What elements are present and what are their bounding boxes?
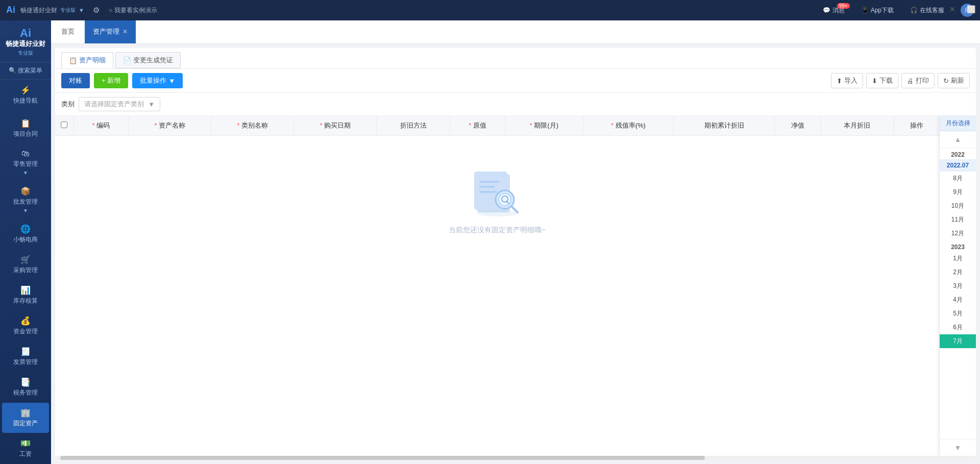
filter-category-select[interactable]: 请选择固定资产类别 ▼	[79, 97, 160, 111]
ecommerce-icon: 🌐	[20, 224, 31, 234]
tab-asset-management[interactable]: 资产管理 ✕	[85, 20, 136, 43]
tab-close-icon[interactable]: ✕	[122, 28, 128, 35]
fixed-assets-icon: 🏢	[20, 408, 31, 418]
top-bar: Ai 畅捷通好业财 专业版 ▼ ⚙ ○ 我要看实例演示 💬 消息 99+ 📱 A…	[0, 0, 980, 20]
company-name[interactable]: 畅捷通好业财 专业版 ▼	[20, 6, 84, 15]
tab-home[interactable]: 首页	[51, 20, 85, 43]
add-button[interactable]: + 新增	[94, 73, 128, 88]
message-icon: 💬	[823, 7, 830, 14]
app-download-icon: 📱	[861, 7, 869, 14]
month-panel-down[interactable]: ▼	[940, 439, 976, 456]
sidebar-item-tax[interactable]: 📑 税务管理	[2, 372, 49, 402]
refresh-button[interactable]: ↻ 刷新	[938, 73, 970, 88]
month-nav-up-icon[interactable]: ▲	[952, 133, 964, 145]
month-item-2022-08[interactable]: 8月	[940, 172, 976, 185]
reconcile-button[interactable]: 对账	[61, 73, 90, 88]
retail-icon: 🛍	[21, 149, 30, 158]
month-panel-up[interactable]: ▲	[940, 131, 976, 148]
sidebar-item-project[interactable]: 📋 项目合同	[2, 113, 49, 143]
empty-state-text: 当前您还没有固定资产明细哦~	[449, 226, 546, 235]
retail-arrow: ▼	[23, 170, 28, 176]
month-item-2022-09[interactable]: 9月	[940, 185, 976, 199]
download-button[interactable]: ⬇ 下载	[866, 73, 898, 88]
scroll-thumb[interactable]	[60, 456, 705, 460]
th-period: 期限(月)	[505, 116, 583, 136]
month-item-2022-11[interactable]: 11月	[940, 213, 976, 227]
import-icon: ⬆	[837, 77, 842, 85]
filter-bar: 类别 请选择固定资产类别 ▼	[55, 93, 976, 116]
sidebar-search[interactable]: 🔍 搜索菜单	[0, 62, 51, 80]
sidebar-nav: 📋 项目合同 🛍 零售管理 ▼ 📦 批发管理 ▼ 🌐 小畅电商 🛒 采购管理	[0, 111, 51, 464]
table-body: 当前您还没有固定资产明细哦~	[55, 136, 939, 266]
content-area: 首页 资产管理 ✕ ✕ ⬜ 📋 资产明细 📄 变更生	[51, 20, 980, 464]
sidebar-app-edition: 专业版	[18, 50, 33, 57]
month-panel: 月份选择 ▲ 2022 2022.07 8月 9月 10月 11月 12月 20…	[939, 116, 976, 456]
table-container[interactable]: 编码 资产名称 类别名称 购买日期 折旧方法 原值 期限(月) 残值率(%) 期…	[55, 116, 939, 456]
print-icon: 🖨	[907, 77, 914, 85]
sidebar-logo-icon: Ai	[20, 27, 31, 40]
app-logo-initials: Ai	[6, 5, 15, 15]
bottom-scrollbar[interactable]	[55, 456, 976, 460]
month-item-2023-04[interactable]: 4月	[940, 293, 976, 307]
sidebar-item-retail[interactable]: 🛍 零售管理 ▼	[2, 144, 49, 181]
message-badge: 99+	[837, 3, 850, 9]
th-checkbox	[55, 116, 74, 136]
refresh-icon: ↻	[943, 77, 949, 85]
svg-rect-4	[479, 186, 495, 188]
sidebar-item-purchase[interactable]: 🛒 采购管理	[2, 250, 49, 280]
svg-rect-3	[479, 181, 500, 183]
online-service-button[interactable]: 🎧 在线客服	[910, 6, 944, 15]
sub-tab-asset-detail[interactable]: 📋 资产明细	[61, 52, 113, 68]
month-item-2023-06[interactable]: 6月	[940, 321, 976, 334]
month-nav-down-icon[interactable]: ▼	[952, 442, 964, 454]
tax-icon: 📑	[20, 377, 31, 387]
sidebar-item-wholesale[interactable]: 📦 批发管理 ▼	[2, 181, 49, 218]
company-dropdown-icon[interactable]: ▼	[79, 7, 84, 13]
sidebar-item-finance[interactable]: 💰 资金管理	[2, 311, 49, 341]
toolbar: 对账 + 新增 批量操作 ▼ ⬆ 导入 ⬇ 下载	[55, 69, 976, 93]
app-download-button[interactable]: 📱 App下载	[861, 6, 894, 15]
sidebar: Ai 畅捷通好业财 专业版 🔍 搜索菜单 ⚡ 快捷导航 📋 项目合同 🛍 零售管…	[0, 20, 51, 464]
sidebar-item-fixed-assets[interactable]: 🏢 固定资产	[2, 403, 49, 433]
app-logo: Ai	[6, 4, 15, 16]
sidebar-item-ecommerce[interactable]: 🌐 小畅电商	[2, 219, 49, 249]
filter-category-label: 类别	[61, 100, 75, 109]
message-button[interactable]: 💬 消息 99+	[823, 6, 845, 15]
th-current-depreciation: 本月折旧	[820, 116, 894, 136]
import-button[interactable]: ⬆ 导入	[831, 73, 863, 88]
select-all-checkbox[interactable]	[61, 121, 67, 128]
svg-rect-5	[479, 191, 497, 193]
empty-state-cell: 当前您还没有固定资产明细哦~	[55, 136, 939, 266]
month-item-2023-02[interactable]: 2月	[940, 265, 976, 279]
demo-icon: ○	[109, 7, 112, 14]
month-item-2023-05[interactable]: 5月	[940, 307, 976, 321]
month-item-2023-03[interactable]: 3月	[940, 279, 976, 293]
month-item-2023-07[interactable]: 7月	[940, 334, 976, 348]
th-category: 类别名称	[211, 116, 294, 136]
th-original-value: 原值	[450, 116, 505, 136]
sub-tab-change-voucher[interactable]: 📄 变更生成凭证	[115, 52, 181, 68]
month-item-2023-01[interactable]: 1月	[940, 252, 976, 265]
sidebar-app-name: 畅捷通好业财	[6, 40, 45, 48]
sidebar-item-quick-nav[interactable]: ⚡ 快捷导航	[2, 80, 49, 110]
month-selected-2022-07[interactable]: 2022.07	[940, 159, 976, 172]
salary-icon: 💵	[20, 438, 31, 448]
batch-button[interactable]: 批量操作 ▼	[132, 73, 183, 88]
search-icon: 🔍	[9, 67, 16, 74]
change-voucher-icon: 📄	[123, 57, 131, 64]
print-button[interactable]: 🖨 打印	[901, 73, 935, 88]
tab-bar: 首页 资产管理 ✕ ✕ ⬜	[51, 20, 980, 44]
sidebar-item-inventory[interactable]: 📊 库存核算	[2, 280, 49, 310]
asset-detail-icon: 📋	[69, 57, 77, 64]
demo-link[interactable]: ○ 我要看实例演示	[109, 6, 157, 15]
settings-icon[interactable]: ⚙	[89, 3, 104, 17]
sidebar-item-salary[interactable]: 💵 工资	[2, 433, 49, 463]
page-content: 📋 资产明细 📄 变更生成凭证 对账 + 新增 批量操作 ▼	[55, 48, 976, 460]
quick-nav-icon: ⚡	[20, 85, 31, 95]
month-item-2022-12[interactable]: 12月	[940, 227, 976, 240]
purchase-icon: 🛒	[20, 255, 31, 264]
sidebar-logo: Ai 畅捷通好业财 专业版	[0, 20, 51, 62]
th-operation: 操作	[894, 116, 939, 136]
sidebar-item-invoice[interactable]: 🧾 发票管理	[2, 341, 49, 372]
month-item-2022-10[interactable]: 10月	[940, 199, 976, 213]
